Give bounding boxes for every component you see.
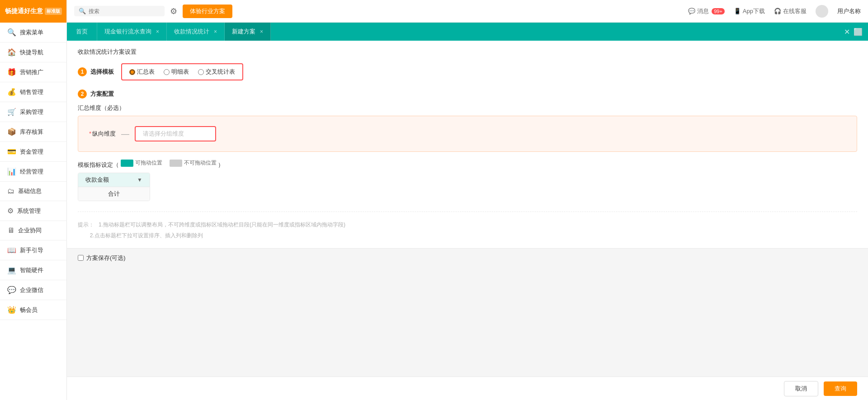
tab-bank-flow-close[interactable]: × [156,28,159,35]
sys-mgmt-icon: ⚙ [7,207,14,215]
inventory-icon: 📦 [7,127,16,136]
operations-icon: 📊 [7,167,16,176]
save-option[interactable]: 方案保存(可选) [78,254,857,262]
tab-new-plan-label: 新建方案 [232,28,255,36]
sidebar-item-label: 企业协同 [18,226,42,235]
online-service-btn[interactable]: 🎧 在线客服 [774,7,807,15]
close-window-btn[interactable]: ✕ [844,28,850,36]
radio-detail-label: 明细表 [171,68,189,76]
indicator-header: 模板指标设定（ 可拖动位置 不可拖动位置 [78,159,857,169]
tab-receipt-stats-close[interactable]: × [214,28,217,35]
sidebar-item-marketing[interactable]: 🎁 营销推广 [0,62,66,82]
tabbar: 首页 现金银行流水查询 × 收款情况统计 × 新建方案 × ✕ ⬜ [67,23,868,41]
indicator-table-header[interactable]: 收款金额 ▼ [78,173,150,187]
tab-new-plan[interactable]: 新建方案 × [225,23,271,41]
step1-badge: 1 [78,67,87,76]
purchase-icon: 🛒 [7,108,16,116]
sidebar-item-quick-nav[interactable]: 🏠 快捷导航 [0,42,66,62]
radio-summary[interactable]: 汇总表 [129,68,155,76]
quick-nav-icon: 🏠 [7,48,16,56]
main-area: 🔍 ⚙ 体验行业方案 💬 消息 99+ 📱 App下载 🎧 在线客服 用户名称 [67,0,868,400]
sidebar-item-member[interactable]: 👑 畅会员 [0,300,66,320]
step1-header: 1 选择模板 汇总表 明细表 交叉统计表 [78,63,857,80]
radio-cross-input[interactable] [198,69,204,75]
search-input[interactable] [89,8,156,14]
dimension-select[interactable]: 请选择分组维度 [135,126,216,141]
step2-label: 方案配置 [90,90,114,98]
enterprise-collab-icon: 🖥 [7,226,14,235]
cancel-button[interactable]: 取消 [784,381,818,396]
dimension-title: 汇总维度（必选） [78,104,857,112]
sidebar-item-new-guide[interactable]: 📖 新手引导 [0,240,66,260]
radio-summary-label: 汇总表 [137,68,155,76]
step1-label: 选择模板 [90,68,114,76]
tip-item-2: 2.点击标题栏下拉可设置排序、插入列和删除列 [78,230,857,241]
non-draggable-box [170,160,182,167]
trial-btn[interactable]: 体验行业方案 [183,5,232,18]
sidebar-item-sales[interactable]: 💰 销售管理 [0,82,66,102]
save-checkbox[interactable] [78,255,84,261]
sidebar-item-search-menu[interactable]: 🔍 搜索菜单 [0,23,66,42]
indicator-table: 收款金额 ▼ 合计 [78,173,150,201]
sidebar-item-finance[interactable]: 💳 资金管理 [0,142,66,162]
required-mark: * [89,130,91,137]
radio-detail-input[interactable] [164,69,170,75]
new-guide-icon: 📖 [7,246,16,254]
marketing-icon: 🎁 [7,68,16,76]
tab-receipt-stats[interactable]: 收款情况统计 × [167,23,225,41]
sidebar-item-label: 企业微信 [20,286,43,294]
member-icon: 👑 [7,306,16,314]
page-title: 收款情况统计方案设置 [78,48,857,56]
radio-cross-label: 交叉统计表 [206,68,235,76]
sidebar-item-operations[interactable]: 📊 经营管理 [0,162,66,182]
config-section: 汇总维度（必选） *纵向维度 — 请选择分组维度 [78,104,857,202]
sidebar-item-smart-hardware[interactable]: 💻 智能硬件 [0,260,66,280]
tab-bank-flow[interactable]: 现金银行流水查询 × [97,23,167,41]
indicator-table-row: 合计 [78,187,150,201]
settings-icon[interactable]: ⚙ [170,6,177,16]
online-service-label: 在线客服 [783,7,807,15]
topbar-right: 💬 消息 99+ 📱 App下载 🎧 在线客服 用户名称 [688,5,861,18]
radio-detail[interactable]: 明细表 [164,68,189,76]
save-label: 方案保存(可选) [86,254,126,262]
app-download-btn[interactable]: 📱 App下载 [734,7,765,15]
radio-cross[interactable]: 交叉统计表 [198,68,235,76]
sales-icon: 💰 [7,88,16,96]
step1-section: 1 选择模板 汇总表 明细表 交叉统计表 [78,63,857,80]
tips-section: 提示： 1.拖动标题栏可以调整布局，不可跨维度或指标区域拖动栏目段(只能在同一维… [78,212,857,241]
messages-badge: 99+ [712,8,725,14]
sidebar-item-label: 基础信息 [18,187,42,195]
sidebar-item-enterprise-collab[interactable]: 🖥 企业协同 [0,221,66,240]
indicator-section: 模板指标设定（ 可拖动位置 不可拖动位置 [78,159,857,202]
legend-non-draggable-label: 不可拖动位置 [184,159,217,167]
tab-new-plan-close[interactable]: × [260,28,263,35]
tab-home[interactable]: 首页 [67,23,97,41]
sidebar-item-sys-mgmt[interactable]: ⚙ 系统管理 [0,201,66,221]
step2-header: 2 方案配置 [78,89,857,99]
template-box: 汇总表 明细表 交叉统计表 [121,63,243,80]
tabbar-actions: ✕ ⬜ [844,28,868,36]
maximize-btn[interactable]: ⬜ [854,28,863,36]
bottom-bar: 取消 查询 [67,376,868,400]
radio-summary-input[interactable] [129,69,135,75]
sidebar-item-purchase[interactable]: 🛒 采购管理 [0,102,66,122]
page-content: 收款情况统计方案设置 1 选择模板 汇总表 明细表 [67,41,868,248]
sidebar-item-inventory[interactable]: 📦 库存核算 [0,122,66,142]
enterprise-wechat-icon: 💬 [7,286,16,294]
dimension-row-label: *纵向维度 [89,130,116,138]
sidebar-item-enterprise-wechat[interactable]: 💬 企业微信 [0,280,66,300]
app-download-label: App下载 [743,7,765,15]
search-box[interactable]: 🔍 [74,6,165,16]
indicator-table-header-label: 收款金额 [85,176,109,184]
dimension-arrow: — [121,129,129,139]
sidebar-item-base-info[interactable]: 🗂 基础信息 [0,182,66,201]
query-button[interactable]: 查询 [824,381,857,396]
message-icon: 💬 [688,8,695,14]
messages-btn[interactable]: 💬 消息 99+ [688,7,725,15]
app-download-icon: 📱 [734,8,741,14]
step2-section: 2 方案配置 汇总维度（必选） *纵向维度 — 请选择分组维度 [78,89,857,202]
sidebar-item-label: 库存核算 [20,128,43,136]
indicator-legend: 可拖动位置 不可拖动位置 [121,159,217,167]
dropdown-arrow-icon[interactable]: ▼ [137,177,142,183]
version-badge: 标准版 [45,8,62,15]
